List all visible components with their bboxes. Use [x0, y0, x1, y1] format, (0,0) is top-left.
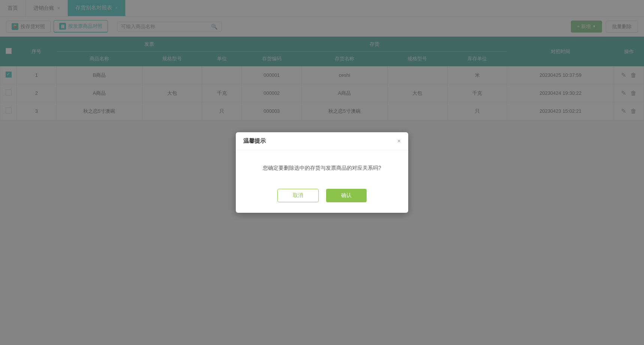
dialog-overlay: 温馨提示 × 您确定要删除选中的存货与发票商品的对应关系吗? 取消 确认: [0, 0, 644, 120]
